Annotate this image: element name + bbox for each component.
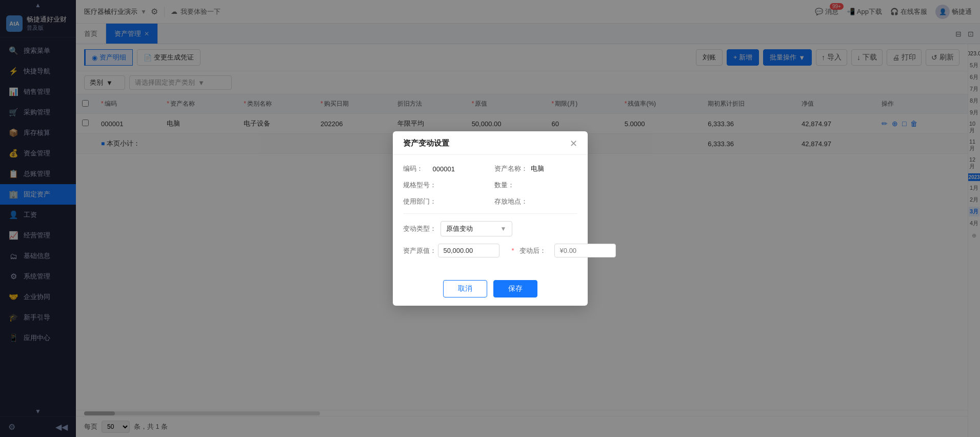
modal-original-label: 资产原值： [403, 246, 434, 255]
modal-name-label: 资产名称： [494, 164, 528, 173]
modal-change-type-label: 变动类型： [403, 224, 436, 233]
modal-spec-label: 规格型号： [403, 181, 436, 190]
modal-body: 编码： 000001 资产名称： 电脑 规格型号： 数量： [393, 155, 588, 274]
modal-header: 资产变动设置 ✕ [393, 131, 588, 155]
modal-change-type-value: 原值变动 [446, 224, 497, 233]
modal-close-btn[interactable]: ✕ [570, 139, 577, 148]
modal-field-dept: 使用部门： [403, 197, 486, 206]
modal-qty-label: 数量： [494, 181, 521, 190]
save-button[interactable]: 保存 [493, 280, 537, 297]
modal-row-spec-qty: 规格型号： 数量： [403, 181, 577, 190]
modal-code-value: 000001 [433, 165, 455, 173]
modal-field-code: 编码： 000001 [403, 164, 486, 173]
modal-overlay: 资产变动设置 ✕ 编码： 000001 资产名称： 电脑 规格型号： [0, 0, 980, 437]
asset-change-modal: 资产变动设置 ✕ 编码： 000001 资产名称： 电脑 规格型号： [393, 131, 588, 306]
modal-change-type-arrow: ▼ [501, 225, 507, 232]
modal-field-qty: 数量： [494, 181, 577, 190]
modal-divider [403, 213, 577, 214]
modal-field-location: 存放地点： [494, 197, 577, 206]
modal-required-star: * [512, 247, 514, 254]
modal-location-label: 存放地点： [494, 197, 528, 206]
modal-code-label: 编码： [403, 164, 430, 173]
modal-row-code-name: 编码： 000001 资产名称： 电脑 [403, 164, 577, 173]
modal-after-label: 变动后： [519, 246, 550, 255]
cancel-button[interactable]: 取消 [443, 280, 487, 297]
modal-dept-label: 使用部门： [403, 197, 436, 206]
modal-title: 资产变动设置 [403, 138, 449, 148]
modal-change-type-row: 变动类型： 原值变动 ▼ [403, 221, 577, 236]
modal-after-input[interactable] [554, 244, 616, 257]
modal-name-value: 电脑 [531, 164, 544, 173]
modal-original-value: 50,000.00 [438, 244, 499, 257]
modal-footer: 取消 保存 [393, 274, 588, 306]
cancel-label: 取消 [458, 284, 472, 292]
modal-field-spec: 规格型号： [403, 181, 486, 190]
modal-original-row: 资产原值： 50,000.00 * 变动后： [403, 244, 577, 257]
modal-row-dept-location: 使用部门： 存放地点： [403, 197, 577, 206]
save-label: 保存 [508, 284, 523, 292]
modal-field-name: 资产名称： 电脑 [494, 164, 577, 173]
modal-change-type-select[interactable]: 原值变动 ▼ [441, 221, 512, 236]
